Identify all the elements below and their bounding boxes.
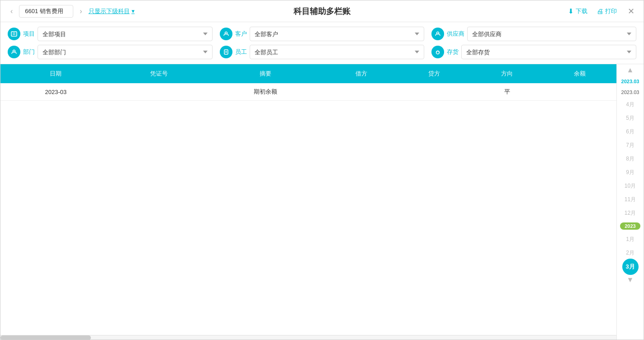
employee-label: 员工 — [235, 48, 247, 56]
col-credit: 贷方 — [398, 64, 470, 83]
ledger-table: 日期 凭证号 摘要 借方 贷方 方向 余额 2023-03 期初余额 — [0, 64, 616, 101]
prev-button[interactable]: ‹ — [8, 6, 15, 16]
customer-icon — [220, 28, 232, 40]
timeline-year-2023[interactable]: 2023 — [620, 222, 640, 230]
table-area: 日期 凭证号 摘要 借方 贷方 方向 余额 2023-03 期初余额 — [0, 64, 616, 340]
print-label: 打印 — [605, 7, 617, 15]
print-icon: 🖨 — [597, 7, 603, 15]
cell-summary: 期初余额 — [207, 83, 325, 101]
col-summary: 摘要 — [207, 64, 325, 83]
timeline-month-11[interactable]: 11月 — [617, 193, 644, 206]
col-balance: 余额 — [544, 64, 616, 83]
cell-credit — [398, 83, 470, 101]
col-voucher: 凭证号 — [111, 64, 207, 83]
dept-select[interactable]: 全部部门 — [38, 45, 213, 59]
timeline-month-4[interactable]: 4月 — [617, 98, 644, 111]
customer-select[interactable]: 全部客户 — [250, 27, 425, 41]
main-content: 日期 凭证号 摘要 借方 贷方 方向 余额 2023-03 期初余额 — [0, 64, 644, 340]
timeline-item-top1[interactable]: 2023.03 — [617, 76, 644, 87]
filter-inventory: 存货 全部存货 — [431, 45, 636, 59]
supplier-label: 供应商 — [447, 30, 464, 38]
filter-dept: 部门 全部部门 — [8, 45, 213, 59]
close-button[interactable]: ✕ — [626, 6, 636, 16]
timeline-item-top2[interactable]: 2023.03 — [617, 87, 644, 98]
svg-point-3 — [225, 32, 227, 34]
timeline-month-1[interactable]: 1月 — [617, 232, 644, 246]
main-window: ‹ 6601 销售费用 › 只显示下级科目 ▾ 科目辅助多栏账 ⬇ 下载 🖨 打… — [0, 0, 644, 340]
cell-voucher — [111, 83, 207, 101]
cell-date: 2023-03 — [0, 83, 111, 101]
cell-balance — [544, 83, 616, 101]
cell-debit — [325, 83, 398, 101]
timeline-down-arrow[interactable]: ▼ — [617, 274, 644, 286]
svg-rect-6 — [224, 50, 228, 54]
subject-code: 6601 — [25, 8, 38, 14]
table-header-row: 日期 凭证号 摘要 借方 贷方 方向 余额 — [0, 64, 616, 83]
timeline-month-7[interactable]: 7月 — [617, 138, 644, 152]
chevron-down-icon: ▾ — [132, 8, 135, 14]
timeline-month-10[interactable]: 10月 — [617, 179, 644, 193]
timeline-month-8[interactable]: 8月 — [617, 152, 644, 165]
supplier-icon — [431, 28, 444, 40]
download-button[interactable]: ⬇ 下载 — [568, 7, 587, 15]
svg-rect-0 — [11, 32, 17, 36]
col-debit: 借方 — [325, 64, 398, 83]
filter-area: 项目 全部项目 客户 全部客户 供应商 全部供 — [0, 22, 644, 64]
timeline-month-12[interactable]: 12月 — [617, 206, 644, 220]
filter-customer: 客户 全部客户 — [220, 27, 425, 41]
download-label: 下载 — [576, 7, 587, 15]
subject-name: 销售费用 — [40, 8, 63, 14]
show-sub-button[interactable]: 只显示下级科目 ▾ — [89, 7, 135, 15]
cell-direction: 平 — [470, 83, 543, 101]
project-label: 项目 — [23, 30, 35, 38]
timeline-month-6[interactable]: 6月 — [617, 125, 644, 138]
filter-project: 项目 全部项目 — [8, 27, 213, 41]
subject-tag: 6601 销售费用 — [19, 5, 73, 18]
supplier-select[interactable]: 全部供应商 — [467, 27, 636, 41]
page-title: 科目辅助多栏账 — [294, 6, 350, 17]
title-actions: ⬇ 下载 🖨 打印 ✕ — [568, 6, 636, 16]
col-date: 日期 — [0, 64, 111, 83]
employee-select[interactable]: 全部员工 — [250, 45, 425, 59]
timeline-month-5[interactable]: 5月 — [617, 111, 644, 125]
col-direction: 方向 — [470, 64, 543, 83]
h-scrollbar[interactable] — [0, 335, 616, 340]
dept-label: 部门 — [23, 48, 35, 56]
timeline-month-3-container: 3月 — [617, 260, 644, 274]
print-button[interactable]: 🖨 打印 — [597, 7, 617, 15]
table-row: 2023-03 期初余额 平 — [0, 83, 616, 101]
inventory-label: 存货 — [447, 48, 459, 56]
filter-row-2: 部门 全部部门 员工 全部员工 存货 全部存货 — [8, 45, 636, 59]
download-icon: ⬇ — [568, 7, 574, 15]
filter-employee: 员工 全部员工 — [220, 45, 425, 59]
project-select[interactable]: 全部项目 — [38, 27, 213, 41]
dept-icon — [8, 46, 20, 58]
next-button[interactable]: › — [77, 6, 85, 16]
show-sub-label: 只显示下级科目 — [89, 7, 130, 15]
title-left: ‹ 6601 销售费用 › 只显示下级科目 ▾ — [8, 5, 135, 18]
inventory-select[interactable]: 全部存货 — [461, 45, 636, 59]
employee-icon — [220, 46, 232, 58]
timeline-up-arrow[interactable]: ▲ — [617, 64, 644, 76]
title-bar: ‹ 6601 销售费用 › 只显示下级科目 ▾ 科目辅助多栏账 ⬇ 下载 🖨 打… — [0, 0, 644, 22]
filter-supplier: 供应商 全部供应商 — [431, 27, 636, 41]
timeline-month-3-active[interactable]: 3月 — [622, 259, 639, 275]
h-scrollbar-thumb[interactable] — [0, 335, 91, 340]
timeline-year-container: 2023 — [617, 220, 644, 232]
timeline-month-9[interactable]: 9月 — [617, 165, 644, 179]
project-icon — [8, 28, 20, 40]
filter-row-1: 项目 全部项目 客户 全部客户 供应商 全部供 — [8, 27, 636, 41]
timeline-month-2[interactable]: 2月 — [617, 246, 644, 260]
timeline-sidebar: ▲ 2023.03 2023.03 4月 5月 6月 7月 8月 9月 10月 … — [616, 64, 644, 340]
customer-label: 客户 — [235, 30, 247, 38]
inventory-icon — [431, 46, 444, 58]
